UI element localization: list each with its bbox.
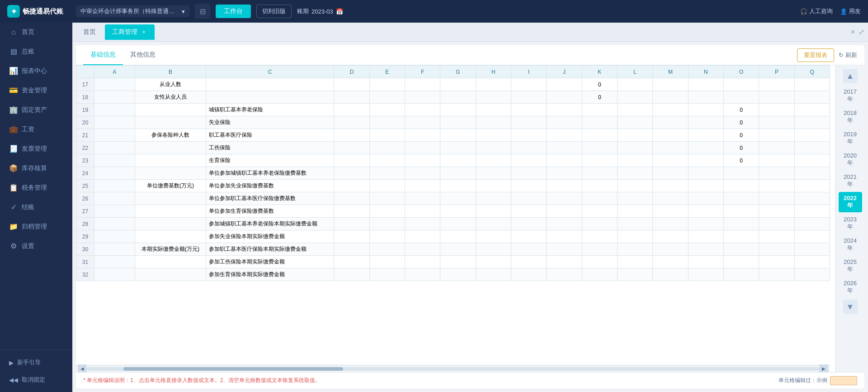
cell-q23[interactable] [794,154,830,167]
cell-a31[interactable] [94,256,135,268]
cell-h26[interactable] [476,192,511,205]
cell-k24[interactable] [582,167,617,180]
cell-d22[interactable] [334,142,369,154]
year-scroll-up[interactable]: ▲ [843,69,858,83]
cell-p20[interactable] [759,116,794,129]
cell-c27[interactable]: 单位参加生育保险缴费基数 [206,205,334,218]
cell-q17[interactable] [794,78,830,91]
cell-n18[interactable] [688,91,723,104]
cell-c31[interactable]: 参加工伤保险本期实际缴费金额 [206,256,334,268]
cell-j24[interactable] [547,167,582,180]
cell-m24[interactable] [653,167,688,180]
cell-n24[interactable] [688,167,723,180]
cell-i25[interactable] [511,180,547,192]
cell-g27[interactable] [440,205,476,218]
cell-q24[interactable] [794,167,830,180]
cell-o26[interactable] [723,192,759,205]
cell-n25[interactable] [688,180,723,192]
cell-l27[interactable] [618,205,653,218]
cell-h20[interactable] [476,116,511,129]
cell-f20[interactable] [405,116,440,129]
unpin-button[interactable]: ◀◀ 取消固定 [0,371,72,388]
cell-f32[interactable] [405,268,440,281]
cell-a25[interactable] [94,180,135,192]
cell-m21[interactable] [653,129,688,142]
cell-f28[interactable] [405,218,440,230]
scroll-left-arrow[interactable]: ◀ [78,364,87,373]
cell-a32[interactable] [94,268,135,281]
cell-o21[interactable]: 0 [723,129,759,142]
switch-version-button[interactable]: 切到旧版 [256,5,292,18]
cell-g25[interactable] [440,180,476,192]
cell-k20[interactable] [582,116,617,129]
cell-n17[interactable] [688,78,723,91]
year-2019[interactable]: 2019年 [839,128,862,148]
cell-i21[interactable] [511,129,547,142]
cell-q22[interactable] [794,142,830,154]
cell-i20[interactable] [511,116,547,129]
cell-a26[interactable] [94,192,135,205]
cell-l28[interactable] [618,218,653,230]
cell-m29[interactable] [653,230,688,243]
cell-j27[interactable] [547,205,582,218]
cell-e21[interactable] [369,129,405,142]
cell-g22[interactable] [440,142,476,154]
cell-e23[interactable] [369,154,405,167]
cell-a30[interactable] [94,243,135,256]
cell-m27[interactable] [653,205,688,218]
tab-business[interactable]: 工商管理 × [105,24,155,40]
cell-i29[interactable] [511,230,547,243]
cell-n23[interactable] [688,154,723,167]
cell-p31[interactable] [759,256,794,268]
cell-j17[interactable] [547,78,582,91]
cell-f19[interactable] [405,104,440,116]
cell-a27[interactable] [94,205,135,218]
cell-e18[interactable] [369,91,405,104]
cell-i17[interactable] [511,78,547,91]
cell-m18[interactable] [653,91,688,104]
cell-c32[interactable]: 参加生育保险本期实际缴费金额 [206,268,334,281]
cell-i32[interactable] [511,268,547,281]
cell-e31[interactable] [369,256,405,268]
cell-g21[interactable] [440,129,476,142]
cell-b30[interactable]: 本期实际缴费金额(万元) [135,243,206,256]
newbie-guide[interactable]: ▶ 新手引导 [0,354,72,371]
cell-f25[interactable] [405,180,440,192]
cell-b28[interactable] [135,218,206,230]
year-2023[interactable]: 2023年 [839,213,862,234]
tab-basic-info[interactable]: 基础信息 [83,45,123,65]
cell-k28[interactable] [582,218,617,230]
cell-a20[interactable] [94,116,135,129]
year-scroll-down[interactable]: ▼ [843,300,858,314]
cell-a17[interactable] [94,78,135,91]
cell-l23[interactable] [618,154,653,167]
workbench-button[interactable]: 工作台 [216,5,251,18]
cell-b21[interactable]: 参保各险种人数 [135,129,206,142]
cell-j31[interactable] [547,256,582,268]
cell-k18[interactable]: 0 [582,91,617,104]
cell-c20[interactable]: 失业保险 [206,116,334,129]
window-expand-icon[interactable]: ⤢ [859,28,864,36]
cell-e26[interactable] [369,192,405,205]
cell-a23[interactable] [94,154,135,167]
cell-d19[interactable] [334,104,369,116]
cell-l21[interactable] [618,129,653,142]
cell-q18[interactable] [794,91,830,104]
cell-a22[interactable] [94,142,135,154]
cell-j30[interactable] [547,243,582,256]
cell-k19[interactable] [582,104,617,116]
year-2020[interactable]: 2020年 [839,149,862,170]
sidebar-item-home[interactable]: ⌂ 首页 [0,23,72,42]
cell-j29[interactable] [547,230,582,243]
cell-m26[interactable] [653,192,688,205]
cell-a18[interactable] [94,91,135,104]
cell-o29[interactable] [723,230,759,243]
cell-g31[interactable] [440,256,476,268]
cell-g18[interactable] [440,91,476,104]
cell-h19[interactable] [476,104,511,116]
cell-l18[interactable] [618,91,653,104]
cell-k17[interactable]: 0 [582,78,617,91]
cell-q32[interactable] [794,268,830,281]
cell-p29[interactable] [759,230,794,243]
cell-d21[interactable] [334,129,369,142]
